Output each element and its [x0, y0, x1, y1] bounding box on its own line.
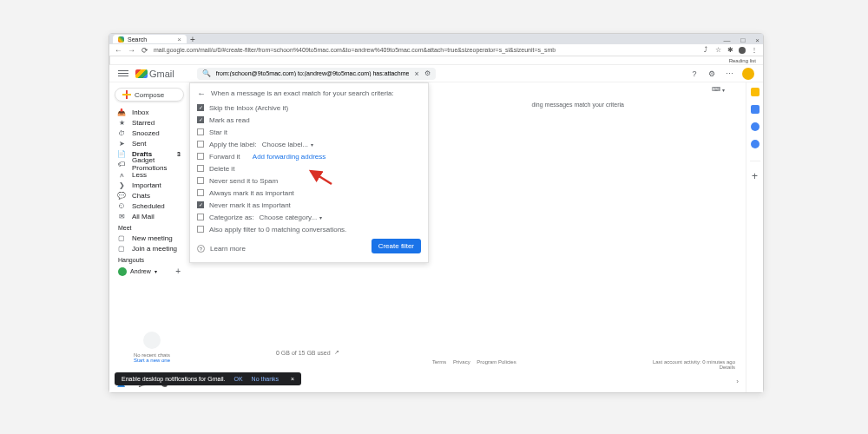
sidebar-item-starred[interactable]: ★Starred: [109, 117, 189, 128]
add-app-icon[interactable]: +: [752, 170, 758, 182]
settings-icon[interactable]: ⚙: [707, 69, 716, 78]
gmail-logo[interactable]: Gmail: [135, 69, 174, 79]
compose-button[interactable]: Compose: [115, 88, 184, 102]
filter-option[interactable]: Never mark it as important: [197, 199, 421, 211]
new-tab-button[interactable]: +: [188, 35, 197, 43]
checkbox[interactable]: [197, 201, 204, 208]
search-bar[interactable]: 🔍 × ⚙: [197, 68, 436, 80]
filter-option[interactable]: Star it: [197, 126, 421, 138]
checkbox[interactable]: [197, 153, 204, 160]
account-avatar[interactable]: [742, 68, 754, 80]
side-panel-toggle-icon[interactable]: ›: [736, 378, 739, 385]
sidebar-item-important[interactable]: ❯Important: [109, 180, 189, 190]
search-input[interactable]: [216, 70, 410, 76]
sidebar-item-inbox[interactable]: 📥Inbox: [109, 107, 189, 117]
meet-item[interactable]: ▢New meeting: [109, 233, 189, 243]
footer-policies[interactable]: Program Policies: [477, 359, 516, 365]
minimize-icon[interactable]: —: [723, 36, 730, 44]
checkbox[interactable]: [197, 116, 204, 123]
maximize-icon[interactable]: □: [740, 36, 745, 44]
open-icon[interactable]: ↗: [334, 349, 339, 356]
search-icon[interactable]: 🔍: [202, 69, 211, 77]
filter-option[interactable]: Mark as read: [197, 114, 421, 126]
profile-icon[interactable]: [739, 47, 746, 54]
star-icon[interactable]: ☆: [714, 47, 721, 54]
select-dropdown[interactable]: Choose category... ▾: [260, 214, 323, 221]
tab-close-icon[interactable]: ×: [177, 36, 181, 43]
panel-back-icon[interactable]: ←: [197, 89, 206, 98]
checkbox[interactable]: [197, 104, 204, 111]
reading-list-button[interactable]: Reading list: [729, 58, 756, 63]
filter-option[interactable]: Always mark it as important: [197, 187, 421, 199]
support-icon[interactable]: ?: [690, 69, 699, 78]
sidebar-item-chats[interactable]: 💬Chats: [109, 190, 189, 201]
filter-option[interactable]: Apply the label: Choose label... ▾: [197, 138, 421, 150]
search-options-icon[interactable]: ⚙: [424, 69, 431, 77]
details-link[interactable]: Details: [653, 365, 735, 370]
gmail-app: Gmail 🔍 × ⚙ ? ⚙ ⋯ Compose 📥Inbox: [109, 65, 763, 392]
extension-icon[interactable]: ✱: [727, 47, 733, 54]
tasks-icon[interactable]: [751, 122, 760, 131]
keyboard-icon: ⌨: [712, 86, 720, 93]
no-messages-text: ding messages match your criteria: [531, 102, 624, 108]
checkbox[interactable]: [197, 177, 204, 184]
sidebar-item-gadget-promotions[interactable]: 🏷Gadget Promotions: [109, 159, 189, 169]
extension-icons: ⤴ ☆ ✱ ⋮: [702, 47, 758, 54]
notif-no-button[interactable]: No thanks: [252, 376, 279, 382]
tab-title: Search: [128, 36, 147, 43]
main-menu-icon[interactable]: [118, 69, 128, 79]
select-dropdown[interactable]: Choose label... ▾: [262, 141, 313, 148]
inline-link[interactable]: Add forwarding address: [253, 153, 326, 161]
checkbox[interactable]: [197, 141, 204, 148]
menu-icon[interactable]: ⋮: [751, 47, 758, 54]
notif-close-icon[interactable]: ×: [291, 376, 294, 382]
meet-item[interactable]: ▢Join a meeting: [109, 243, 189, 253]
gmail-body: Compose 📥Inbox★Starred⏱Snoozed➤Sent📄Draf…: [109, 82, 763, 392]
folder-icon: ⏲: [118, 202, 125, 209]
filter-option[interactable]: Also apply filter to 0 matching conversa…: [197, 223, 421, 235]
folder-icon: 📄: [118, 150, 125, 157]
filter-option[interactable]: Categorize as: Choose category... ▾: [197, 211, 421, 223]
folder-icon: ⏱: [118, 129, 125, 136]
filter-option[interactable]: Never send it to Spam: [197, 174, 421, 187]
sidebar-item-snoozed[interactable]: ⏱Snoozed: [109, 128, 189, 138]
contacts-icon[interactable]: [751, 140, 760, 148]
checkbox[interactable]: [197, 128, 204, 135]
hangout-user[interactable]: Andrew ▾ +: [109, 265, 189, 278]
share-icon[interactable]: ⤴: [702, 47, 709, 54]
clear-search-icon[interactable]: ×: [414, 69, 418, 78]
checkbox[interactable]: [197, 189, 204, 196]
sidebar-item-scheduled[interactable]: ⏲Scheduled: [109, 201, 189, 211]
close-icon[interactable]: ×: [755, 36, 760, 44]
footer-terms[interactable]: Terms: [432, 359, 446, 365]
start-chat-link[interactable]: Start a new one: [130, 358, 174, 363]
help-icon: ?: [197, 245, 205, 253]
learn-more-link[interactable]: ? Learn more: [197, 245, 246, 253]
checkbox[interactable]: [197, 226, 204, 233]
create-filter-button[interactable]: Create filter: [372, 239, 421, 253]
reload-icon[interactable]: ⟳: [141, 46, 148, 54]
input-type-toggle[interactable]: ⌨ ▾: [712, 86, 725, 93]
calendar-icon[interactable]: [751, 88, 760, 96]
back-icon[interactable]: ←: [115, 46, 122, 54]
meet-icon: ▢: [118, 234, 125, 241]
notif-ok-button[interactable]: OK: [233, 376, 242, 382]
new-hangout-icon[interactable]: +: [175, 266, 181, 276]
filter-option[interactable]: Forward it Add forwarding address: [197, 150, 421, 162]
panel-title: When a message is an exact match for you…: [211, 89, 394, 97]
keep-icon[interactable]: [751, 105, 760, 114]
forward-icon[interactable]: →: [128, 46, 135, 54]
apps-icon[interactable]: ⋯: [725, 69, 733, 78]
filter-option[interactable]: Delete it: [197, 162, 421, 174]
url-field[interactable]: mail.google.com/mail/u/0/#create-filter/…: [154, 47, 697, 53]
browser-window: — □ × Search × + ← → ⟳ mail.google.com/m…: [108, 33, 764, 393]
checkbox[interactable]: [197, 214, 204, 220]
footer-privacy[interactable]: Privacy: [453, 359, 470, 365]
sidebar-item-all-mail[interactable]: ✉All Mail: [109, 211, 189, 221]
filter-option[interactable]: Skip the Inbox (Archive it): [197, 102, 421, 114]
gmail-header: Gmail 🔍 × ⚙ ? ⚙ ⋯: [109, 65, 763, 82]
hangouts-header: Hangouts: [109, 253, 189, 265]
checkbox[interactable]: [197, 165, 204, 172]
sidebar-item-sent[interactable]: ➤Sent: [109, 138, 189, 148]
browser-tab[interactable]: Search ×: [113, 35, 187, 43]
